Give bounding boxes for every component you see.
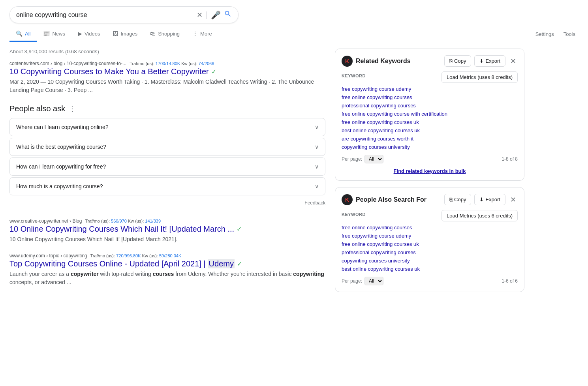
tools-button[interactable]: Tools <box>560 27 579 41</box>
search-input[interactable] <box>16 11 193 19</box>
result-snippet-3: Launch your career as a copywriter with … <box>9 270 325 287</box>
result-snippet-2: 10 Online Copywriting Courses Which Nail… <box>9 235 325 244</box>
result-traf: Traf/mo (us): 1700/14.80K Kw (us): 74/20… <box>130 61 214 66</box>
paa-title: People also ask ⋮ <box>9 104 325 113</box>
result-url-path-2: www.creative-copywriter.net › Blog <box>9 218 82 224</box>
tab-more[interactable]: ⋮ More <box>186 26 218 42</box>
panel-title-related: Related Keywords <box>356 58 411 65</box>
settings-button[interactable]: Settings <box>532 27 557 41</box>
panel-actions-related: ⎘ Copy ⬇ Export ✕ <box>444 55 518 67</box>
tab-news[interactable]: 📰 News <box>37 26 71 42</box>
keyword-link-2[interactable]: professional copywriting courses <box>342 103 518 109</box>
paa-item-3[interactable]: How much is a copywriting course? ∨ <box>9 177 325 195</box>
result-title-link-2[interactable]: 10 Online Copywriting Courses Which Nail… <box>9 225 325 234</box>
images-icon: 🖼 <box>113 30 118 37</box>
related-keywords-panel: K Related Keywords ⎘ Copy ⬇ Export ✕ KE <box>335 49 524 181</box>
chevron-down-icon: ∨ <box>315 144 319 150</box>
find-bulk-link[interactable]: Find related keywords in bulk <box>342 168 518 174</box>
search-submit-icon[interactable] <box>224 10 232 20</box>
panel-footer-related: Per page: All 10 25 1-8 of 8 <box>342 155 518 163</box>
left-column: About 3,910,000 results (0.68 seconds) c… <box>9 49 325 298</box>
paa-question-2[interactable]: How can I learn copywriting for free? ∨ <box>10 158 325 175</box>
main-layout: About 3,910,000 results (0.68 seconds) c… <box>0 42 588 305</box>
result-title-link-3[interactable]: Top Copywriting Courses Online - Updated… <box>9 259 325 268</box>
tab-videos[interactable]: ▶ Videos <box>71 26 107 42</box>
paa-item-0[interactable]: Where can I learn copywriting online? ∨ <box>9 118 325 136</box>
chevron-down-icon: ∨ <box>315 183 319 189</box>
export-button-also[interactable]: ⬇ Export <box>474 194 505 205</box>
paa-question-0[interactable]: Where can I learn copywriting online? ∨ <box>10 118 325 136</box>
keyword-link-0[interactable]: free copywriting course udemy <box>342 86 518 92</box>
more-dots-icon: ⋮ <box>192 30 198 37</box>
paa-question-3[interactable]: How much is a copywriting course? ∨ <box>10 178 325 195</box>
keyword-link-4[interactable]: free online copywriting courses uk <box>342 119 518 125</box>
paa-item-2[interactable]: How can I learn copywriting for free? ∨ <box>9 157 325 176</box>
result-item: contentwriters.com › blog › 10-copywriti… <box>9 61 325 94</box>
result-url-2: www.creative-copywriter.net › Blog Traf/… <box>9 218 325 224</box>
result-url-path-3: www.udemy.com › topic › copywriting <box>9 253 87 259</box>
all-icon: 🔍 <box>16 30 23 37</box>
also-keyword-link-3[interactable]: professional copywriting courses <box>342 249 518 255</box>
tab-all[interactable]: 🔍 All <box>9 26 37 42</box>
also-keyword-link-5[interactable]: best online copywriting courses uk <box>342 266 518 272</box>
keyword-link-5[interactable]: best online copywriting courses uk <box>342 127 518 133</box>
mic-icon[interactable]: 🎤 <box>211 10 221 20</box>
nav-tabs: 🔍 All 📰 News ▶ Videos 🖼 Images 🛍 Shoppin… <box>0 26 588 42</box>
also-keyword-link-1[interactable]: free copywriting course udemy <box>342 233 518 239</box>
clear-icon[interactable]: ✕ <box>197 11 203 19</box>
close-button-also[interactable]: ✕ <box>509 195 518 204</box>
feedback-link[interactable]: Feedback <box>304 200 325 206</box>
paa-menu-icon[interactable]: ⋮ <box>68 104 76 113</box>
keyword-link-7[interactable]: copywriting courses university <box>342 144 518 150</box>
keyword-link-1[interactable]: free online copywriting courses <box>342 94 518 100</box>
panel-col-header-related: KEYWORD <box>342 73 366 78</box>
also-keyword-link-2[interactable]: free online copywriting courses uk <box>342 241 518 247</box>
copy-icon: ⎘ <box>449 58 453 64</box>
copy-icon-also: ⎘ <box>449 197 453 202</box>
people-also-search-panel: K People Also Search For ⎘ Copy ⬇ Export… <box>335 187 524 292</box>
panel-title-area-related: K Related Keywords <box>342 56 411 67</box>
search-box: ✕ | 🎤 <box>9 6 239 23</box>
paa-section: People also ask ⋮ Where can I learn copy… <box>9 104 325 209</box>
download-icon-also: ⬇ <box>479 197 484 202</box>
result-title-link[interactable]: 10 Copywriting Courses to Make You a Bet… <box>9 67 325 76</box>
load-metrics-button-also[interactable]: Load Metrics (uses 6 credits) <box>441 210 518 221</box>
per-page-area-related: Per page: All 10 25 <box>342 155 383 163</box>
also-keyword-link-0[interactable]: free online copywriting courses <box>342 225 518 230</box>
export-button-related[interactable]: ⬇ Export <box>474 55 505 67</box>
result-item-3: www.udemy.com › topic › copywriting Traf… <box>9 253 325 287</box>
download-icon: ⬇ <box>479 58 484 64</box>
verified-badge: ✓ <box>211 68 216 75</box>
right-column: K Related Keywords ⎘ Copy ⬇ Export ✕ KE <box>335 49 524 298</box>
result-traf-2: Traf/mo (us): 560/970 Kw (us): 141/339 <box>85 219 161 223</box>
copy-button-related[interactable]: ⎘ Copy <box>444 55 471 67</box>
also-keyword-link-4[interactable]: copywriting courses university <box>342 258 518 264</box>
result-item-2: www.creative-copywriter.net › Blog Traf/… <box>9 218 325 244</box>
load-metrics-button-related[interactable]: Load Metrics (uses 8 credits) <box>441 71 518 83</box>
result-traf-3: Traf/mo (us): 720/996.80K Kw (us): 59/28… <box>90 253 182 258</box>
result-url-path: contentwriters.com › blog › 10-copywriti… <box>9 61 126 66</box>
keyword-list-related: free copywriting course udemy free onlin… <box>342 86 518 150</box>
panel-logo-related: K <box>342 56 353 67</box>
news-icon: 📰 <box>43 30 50 37</box>
result-url-3: www.udemy.com › topic › copywriting Traf… <box>9 253 325 259</box>
keyword-link-3[interactable]: free online copywriting course with cert… <box>342 111 518 117</box>
panel-title-also: People Also Search For <box>356 196 426 203</box>
per-page-select-also[interactable]: All 10 25 <box>364 277 383 285</box>
chevron-down-icon: ∨ <box>315 163 319 170</box>
keyword-list-also: free online copywriting courses free cop… <box>342 225 518 272</box>
search-bar-area: ✕ | 🎤 <box>0 0 588 23</box>
result-url: contentwriters.com › blog › 10-copywriti… <box>9 61 325 66</box>
panel-col-header-also: KEYWORD <box>342 212 366 217</box>
copy-button-also[interactable]: ⎘ Copy <box>444 194 471 205</box>
per-page-select-related[interactable]: All 10 25 <box>364 155 383 163</box>
shopping-icon: 🛍 <box>150 30 156 37</box>
keyword-link-6[interactable]: are copywriting courses worth it <box>342 136 518 142</box>
paa-item-1[interactable]: What is the best copywriting course? ∨ <box>9 138 325 156</box>
verified-badge-2: ✓ <box>237 225 242 233</box>
highlighted-word: Udemy <box>208 259 235 268</box>
close-button-related[interactable]: ✕ <box>509 57 518 66</box>
paa-question-1[interactable]: What is the best copywriting course? ∨ <box>10 138 325 156</box>
tab-images[interactable]: 🖼 Images <box>106 26 144 42</box>
tab-shopping[interactable]: 🛍 Shopping <box>144 26 186 42</box>
